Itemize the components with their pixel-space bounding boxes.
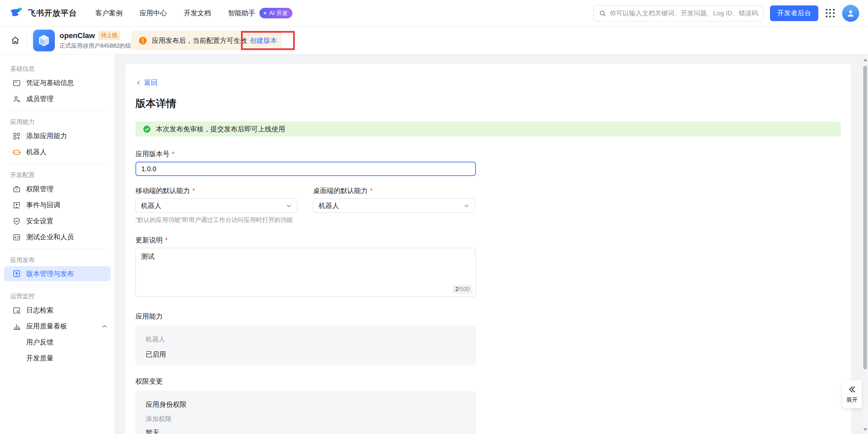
sidebar-item-permissions[interactable]: 权限管理 (0, 181, 115, 197)
check-circle-icon (143, 125, 151, 133)
divider (10, 164, 105, 164)
permission-change-box: 应用身份权限 添加权限 暂无 (135, 391, 476, 434)
permission-group: 应用身份权限 (146, 400, 466, 409)
app-cube-icon (33, 30, 55, 51)
app-capability-box: 机器人 已启用 (135, 326, 476, 365)
app-header-bar: openClaw 待上线 正式应用@用户845882的组织 应用发布后，当前配置… (0, 27, 868, 54)
permission-change-title: 权限变更 (135, 377, 841, 386)
warning-icon (138, 36, 147, 45)
back-link[interactable]: 返回 (135, 78, 158, 87)
capability-status: 已启用 (146, 350, 466, 359)
scroll-down-arrow-icon[interactable] (863, 428, 867, 431)
app-org: 正式应用@用户845882的组织 (60, 42, 137, 50)
desktop-capability-select[interactable]: 机器人 (313, 198, 475, 213)
id-card-icon (12, 79, 21, 87)
publish-up-icon (12, 269, 21, 278)
sidebar-item-events[interactable]: 事件与回调 (0, 197, 115, 213)
chevron-down-icon (286, 203, 292, 209)
release-notes-field: 测试 2/500 (135, 248, 476, 297)
required-mark: * (192, 187, 195, 195)
developer-console-button[interactable]: 开发者后台 (770, 5, 818, 21)
page-title: 版本详情 (135, 97, 841, 111)
chevron-down-icon (463, 203, 470, 209)
nav-dev-docs[interactable]: 开发文档 (184, 9, 211, 18)
sidebar-item-bot[interactable]: 机器人 (0, 144, 115, 160)
desktop-capability-label: 桌面端的默认能力 * (313, 186, 475, 195)
sidebar-item-credentials[interactable]: 凭证与基础信息 (0, 75, 115, 91)
member-add-icon (12, 95, 21, 103)
app-capability-title: 应用能力 (135, 312, 841, 321)
page-scrollbar[interactable] (862, 55, 868, 434)
divider (10, 111, 105, 111)
ai-dev-badge[interactable]: AI 开发 (259, 8, 292, 18)
top-nav-right: 开发者后台 (593, 5, 859, 22)
capability-hint: “默认的应用功能”即用户通过工作台访问应用时打开的功能 (135, 216, 298, 224)
mobile-capability-select[interactable]: 机器人 (135, 198, 298, 213)
apps-add-icon (12, 132, 21, 141)
divider (10, 285, 105, 285)
sidebar-subitem-dev-quality[interactable]: 开发质量 (0, 350, 115, 366)
event-callback-icon (12, 201, 21, 210)
sidebar-subitem-user-feedback[interactable]: 用户反馈 (0, 334, 115, 350)
robot-icon (12, 148, 21, 157)
divider (27, 35, 27, 46)
top-navigation-bar: 飞书开放平台 客户案例 应用中心 开发文档 智能助手 AI 开发 开发者后台 (0, 0, 868, 27)
log-search-icon (12, 306, 21, 315)
chevron-up-icon[interactable] (101, 323, 108, 330)
required-mark: * (165, 236, 168, 244)
back-chevron-icon (135, 80, 142, 86)
success-banner: 本次发布免审核，提交发布后即可上线使用 (135, 122, 841, 136)
user-avatar[interactable] (842, 5, 859, 22)
home-icon[interactable] (10, 35, 20, 46)
notice-text: 应用发布后，当前配置方可生效 (152, 36, 247, 45)
expand-panel-tab[interactable]: 展开 (842, 380, 862, 408)
permission-row-label: 添加权限 (146, 415, 466, 423)
feishu-logo-icon (9, 6, 24, 21)
permission-row-value: 暂无 (146, 428, 466, 434)
sidebar-item-add-capability[interactable]: 添加应用能力 (0, 128, 115, 144)
required-mark: * (370, 187, 373, 195)
feishu-open-platform-page: 飞书开放平台 客户案例 应用中心 开发文档 智能助手 AI 开发 开发者后台 (0, 0, 868, 434)
release-notes-textarea[interactable]: 测试 (136, 248, 476, 296)
logo[interactable]: 飞书开放平台 (9, 6, 77, 21)
sidebar-item-members[interactable]: 成员管理 (0, 91, 115, 107)
scrollbar-thumb[interactable] (863, 66, 867, 369)
global-search[interactable] (593, 5, 763, 21)
create-version-link[interactable]: 创建版本 (250, 27, 277, 54)
banner-text: 本次发布免审核，提交发布后即可上线使用 (156, 125, 285, 134)
version-label: 应用版本号 * (135, 149, 841, 159)
sidebar-section-dev-config: 开发配置 (10, 171, 115, 179)
app-name: openClaw (60, 31, 95, 40)
search-icon (599, 10, 606, 17)
required-mark: * (172, 150, 175, 158)
sidebar-section-release: 应用发布 (10, 256, 115, 264)
nav-ai-assistant[interactable]: 智能助手 (228, 9, 255, 18)
search-input[interactable] (610, 10, 758, 17)
main-content-area: 返回 版本详情 本次发布免审核，提交发布后即可上线使用 应用版本号 * 移动端的… (115, 54, 868, 434)
permission-briefcase-icon (12, 185, 21, 194)
divider (10, 249, 105, 249)
app-meta: openClaw 待上线 正式应用@用户845882的组织 (60, 31, 137, 50)
bar-chart-icon (12, 322, 21, 331)
apps-grid-icon[interactable] (825, 8, 836, 19)
nav-customer-cases[interactable]: 客户案例 (95, 9, 123, 18)
char-counter: 2/500 (452, 285, 472, 294)
sidebar-section-capabilities: 应用能力 (10, 118, 115, 126)
release-notes-label: 更新说明 * (135, 236, 841, 245)
sidebar-item-test-org[interactable]: 测试企业和人员 (0, 229, 115, 245)
sidebar-item-security[interactable]: 安全设置 (0, 213, 115, 229)
nav-app-center[interactable]: 应用中心 (140, 9, 167, 18)
sidebar-section-basic-info: 基础信息 (10, 65, 115, 73)
top-nav-items: 客户案例 应用中心 开发文档 智能助手 AI 开发 (95, 8, 292, 18)
shield-check-icon (12, 217, 21, 226)
sidebar-section-monitoring: 运营监控 (10, 292, 115, 300)
double-chevron-left-icon (848, 385, 856, 394)
status-badge: 待上线 (98, 31, 120, 40)
version-input[interactable] (135, 162, 476, 176)
sidebar-item-log-search[interactable]: 日志检索 (0, 302, 115, 318)
platform-title: 飞书开放平台 (28, 8, 77, 18)
sidebar-item-quality-dashboard[interactable]: 应用质量看板 (0, 318, 115, 334)
sidebar-item-version-release[interactable]: 版本管理与发布 (4, 266, 111, 281)
scroll-up-arrow-icon[interactable] (863, 59, 867, 61)
sidebar: 基础信息 凭证与基础信息 成员管理 应用能力 添加应用能力 机器人 (0, 54, 115, 434)
